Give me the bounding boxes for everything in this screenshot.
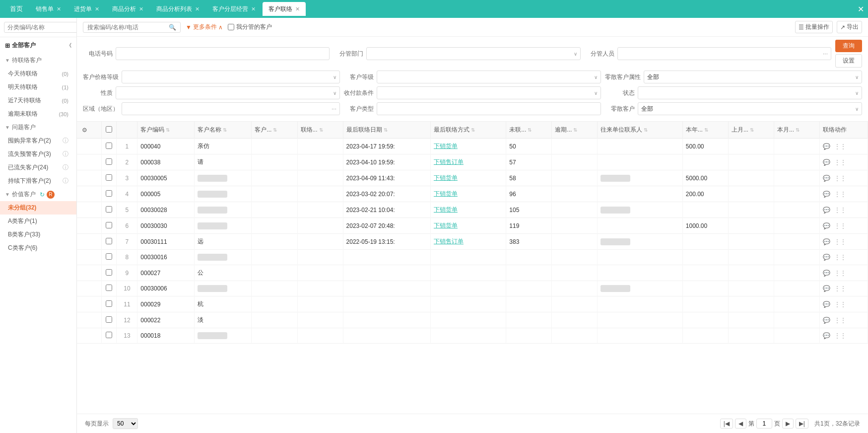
export-btn[interactable]: ↗ 导出 bbox=[837, 21, 862, 33]
tab-home[interactable]: 首页 bbox=[4, 4, 29, 13]
page-size-select[interactable]: 50 100 200 bbox=[113, 418, 138, 429]
page-next-btn[interactable]: ▶ bbox=[782, 419, 794, 429]
customer-type-input[interactable] bbox=[377, 102, 601, 115]
sidebar-item-week[interactable]: 近7天待联络 (0) bbox=[0, 94, 76, 107]
th-last-date[interactable]: 最后联络日期 ⇅ bbox=[343, 122, 430, 139]
tab-product-analysis[interactable]: 商品分析 ✕ bbox=[106, 2, 149, 16]
action-chat-icon[interactable]: 💬 bbox=[823, 175, 830, 182]
row-checkbox[interactable] bbox=[106, 222, 112, 228]
sidebar-item-ungroup[interactable]: 未分组(32) bbox=[0, 201, 76, 215]
region-dots-icon[interactable]: ··· bbox=[332, 105, 336, 112]
my-customers-input[interactable] bbox=[228, 24, 234, 30]
refresh-icon[interactable]: ↻ bbox=[40, 191, 45, 198]
th-no-contact[interactable]: 未联... ⇅ bbox=[506, 122, 552, 139]
action-more-icon[interactable]: ⋮⋮ bbox=[834, 159, 846, 166]
th-this-year[interactable]: 本年... ⇅ bbox=[682, 122, 728, 139]
th-company-contact[interactable]: 往来单位联系人 ⇅ bbox=[598, 122, 682, 139]
sidebar-item-lost[interactable]: 已流失客户(24) ⓘ bbox=[0, 161, 76, 174]
row-checkbox[interactable] bbox=[106, 238, 112, 244]
action-chat-icon[interactable]: 💬 bbox=[823, 191, 830, 198]
tab-purchase[interactable]: 进货单 ✕ bbox=[68, 2, 105, 16]
sparse-customer-input[interactable]: 全部 ∨ bbox=[638, 102, 862, 115]
action-more-icon[interactable]: ⋮⋮ bbox=[834, 254, 846, 261]
sidebar-item-abnormal[interactable]: 囤购异常客户(2) ⓘ bbox=[0, 134, 76, 147]
select-all-checkbox[interactable] bbox=[106, 126, 112, 133]
action-chat-icon[interactable]: 💬 bbox=[823, 270, 830, 277]
action-more-icon[interactable]: ⋮⋮ bbox=[834, 270, 846, 277]
sidebar-item-overdue[interactable]: 逾期未联络 (30) bbox=[0, 107, 76, 121]
my-customers-checkbox[interactable]: 我分管的客户 bbox=[228, 23, 272, 31]
filter-search-icon[interactable]: 🔍 bbox=[169, 24, 176, 31]
sidebar-group-value[interactable]: ▼ 价值客户 ↻ R bbox=[0, 188, 76, 201]
tab-customer-contact-close[interactable]: ✕ bbox=[295, 6, 300, 12]
action-chat-icon[interactable]: 💬 bbox=[823, 222, 830, 229]
row-checkbox[interactable] bbox=[106, 143, 112, 149]
row-checkbox[interactable] bbox=[106, 158, 112, 165]
action-chat-icon[interactable]: 💬 bbox=[823, 254, 830, 261]
tab-product-analysis-close[interactable]: ✕ bbox=[139, 6, 143, 12]
row-checkbox[interactable] bbox=[106, 253, 112, 260]
batch-btn[interactable]: ☰ 批量操作 bbox=[795, 21, 833, 33]
sidebar-group-problem[interactable]: ▼ 问题客户 bbox=[0, 121, 76, 134]
sidebar-item-tomorrow[interactable]: 明天待联络 (1) bbox=[0, 80, 76, 94]
tab-sales[interactable]: 销售单 ✕ bbox=[30, 2, 67, 16]
tab-customer-segment-close[interactable]: ✕ bbox=[251, 6, 256, 12]
sidebar-collapse-icon[interactable]: 《 bbox=[67, 42, 71, 49]
action-chat-icon[interactable]: 💬 bbox=[823, 143, 830, 150]
last-way-link[interactable]: 下销货单 bbox=[434, 222, 458, 229]
sparse-attr-input[interactable]: 全部 ∨ bbox=[644, 71, 862, 83]
nature-input[interactable]: ∨ bbox=[116, 86, 340, 99]
region-input[interactable]: ··· bbox=[122, 102, 340, 115]
status-input[interactable]: ∨ bbox=[638, 86, 862, 99]
sidebar-search-input[interactable] bbox=[4, 22, 77, 33]
last-way-link[interactable]: 下销货单 bbox=[434, 190, 458, 197]
tab-customer-segment[interactable]: 客户分层经营 ✕ bbox=[206, 2, 262, 16]
row-checkbox[interactable] bbox=[106, 316, 112, 323]
reset-btn[interactable]: 设置 bbox=[835, 54, 862, 68]
sidebar-item-b[interactable]: B类客户(33) bbox=[0, 228, 76, 241]
th-code[interactable]: 客户编码 ⇅ bbox=[137, 122, 194, 139]
th-this-month[interactable]: 本月... ⇅ bbox=[774, 122, 820, 139]
last-way-link[interactable]: 下销售订单 bbox=[434, 238, 464, 245]
query-btn[interactable]: 查询 bbox=[835, 40, 862, 52]
page-number-input[interactable] bbox=[756, 419, 772, 429]
th-overdue[interactable]: 逾期... ⇅ bbox=[552, 122, 598, 139]
th-type[interactable]: 客户... ⇅ bbox=[252, 122, 297, 139]
action-chat-icon[interactable]: 💬 bbox=[823, 238, 830, 245]
last-way-link[interactable]: 下销售订单 bbox=[434, 158, 464, 165]
person-input[interactable]: ··· bbox=[617, 47, 831, 60]
action-more-icon[interactable]: ⋮⋮ bbox=[834, 317, 846, 324]
action-more-icon[interactable]: ⋮⋮ bbox=[834, 332, 846, 339]
th-contact[interactable]: 联络... ⇅ bbox=[297, 122, 343, 139]
action-more-icon[interactable]: ⋮⋮ bbox=[834, 191, 846, 198]
sidebar-group-pending[interactable]: ▼ 待联络客户 bbox=[0, 54, 76, 67]
sidebar-item-warning[interactable]: 流失预警客户(3) ⓘ bbox=[0, 147, 76, 161]
row-checkbox[interactable] bbox=[106, 332, 112, 338]
page-last-btn[interactable]: ▶| bbox=[796, 419, 808, 429]
action-more-icon[interactable]: ⋮⋮ bbox=[834, 238, 846, 245]
tab-product-list[interactable]: 商品分析列表 ✕ bbox=[150, 2, 205, 16]
sidebar-item-declining[interactable]: 持续下滑客户(2) ⓘ bbox=[0, 174, 76, 188]
page-first-btn[interactable]: |◀ bbox=[720, 419, 733, 429]
sidebar-item-a[interactable]: A类客户(1) bbox=[0, 215, 76, 228]
th-name[interactable]: 客户名称 ⇅ bbox=[194, 122, 252, 139]
phone-input[interactable] bbox=[116, 47, 330, 60]
row-checkbox[interactable] bbox=[106, 206, 112, 213]
payment-input[interactable]: ∨ bbox=[377, 86, 601, 99]
sidebar-item-c[interactable]: C类客户(6) bbox=[0, 241, 76, 255]
action-more-icon[interactable]: ⋮⋮ bbox=[834, 222, 846, 229]
dept-input[interactable]: ∨ bbox=[366, 47, 580, 60]
action-more-icon[interactable]: ⋮⋮ bbox=[834, 143, 846, 150]
action-more-icon[interactable]: ⋮⋮ bbox=[834, 207, 846, 214]
last-way-link[interactable]: 下销货单 bbox=[434, 206, 458, 213]
last-way-link[interactable]: 下销货单 bbox=[434, 174, 458, 181]
action-more-icon[interactable]: ⋮⋮ bbox=[834, 301, 846, 308]
th-last-way[interactable]: 最后联络方式 ⇅ bbox=[430, 122, 506, 139]
customer-level-input[interactable]: ∨ bbox=[377, 71, 601, 83]
row-checkbox[interactable] bbox=[106, 174, 112, 181]
row-checkbox[interactable] bbox=[106, 285, 112, 291]
action-chat-icon[interactable]: 💬 bbox=[823, 159, 830, 166]
action-more-icon[interactable]: ⋮⋮ bbox=[834, 175, 846, 182]
row-checkbox[interactable] bbox=[106, 269, 112, 276]
sidebar-item-today[interactable]: 今天待联络 (0) bbox=[0, 67, 76, 80]
